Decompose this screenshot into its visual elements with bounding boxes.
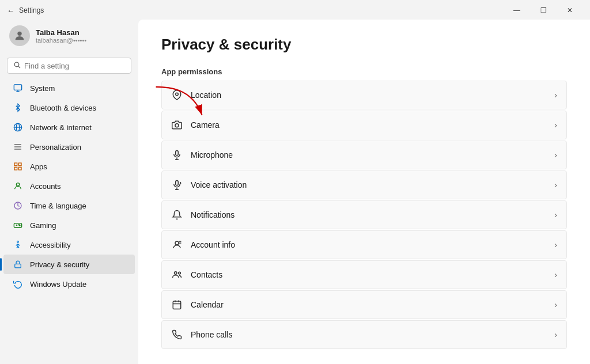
maximize-button[interactable]: ❐ [530, 3, 557, 17]
sidebar-item-accounts[interactable]: Accounts [3, 176, 135, 196]
settings-item-calendar[interactable]: Calendar › [161, 290, 567, 319]
chevron-notifications: › [554, 210, 557, 219]
svg-rect-31 [176, 151, 179, 156]
settings-item-left-account-info: Account info [171, 239, 235, 251]
network-icon [13, 122, 23, 132]
settings-item-contacts[interactable]: Contacts › [161, 260, 567, 289]
settings-item-label-phone-calls: Phone calls [191, 330, 232, 339]
sidebar-label-apps: Apps [30, 162, 47, 171]
settings-item-left-notifications: Notifications [171, 209, 235, 221]
settings-item-location[interactable]: Location › [161, 81, 567, 109]
app-body: Taiba Hasan taibahasan@•••••• System Blu… [0, 18, 590, 364]
settings-item-phone-calls[interactable]: Phone calls › [161, 320, 567, 349]
settings-item-notifications[interactable]: Notifications › [161, 200, 567, 229]
settings-item-label-microphone: Microphone [191, 150, 233, 160]
privacy-icon [13, 259, 23, 270]
phone-calls-icon [171, 329, 183, 340]
minimize-button[interactable]: — [504, 3, 530, 17]
location-icon [171, 89, 183, 101]
voice-icon [171, 179, 183, 191]
window-controls: — ❐ ✕ [504, 3, 583, 17]
back-icon[interactable]: ← [7, 6, 14, 15]
user-info: Taiba Hasan taibahasan@•••••• [36, 28, 86, 44]
settings-item-label-account-info: Account info [191, 240, 235, 249]
settings-item-microphone[interactable]: Microphone › [161, 141, 567, 169]
sidebar-item-network[interactable]: Network & internet [3, 117, 135, 137]
sidebar-item-apps[interactable]: Apps [3, 157, 135, 176]
search-icon [13, 61, 21, 70]
main-content: Privacy & security App permissions Locat… [138, 20, 590, 364]
sidebar-item-gaming[interactable]: Gaming [3, 215, 135, 235]
page-title: Privacy & security [161, 36, 567, 54]
search-box[interactable] [7, 58, 131, 74]
svg-rect-13 [18, 163, 21, 166]
svg-point-40 [175, 272, 177, 275]
sidebar-label-accessibility: Accessibility [30, 241, 71, 249]
settings-item-left-voice: Voice activation [171, 179, 247, 191]
settings-item-left-location: Location [171, 89, 221, 101]
svg-rect-14 [14, 167, 17, 170]
sidebar-item-time[interactable]: Time & language [3, 196, 135, 215]
user-name: Taiba Hasan [36, 28, 86, 37]
sidebar-label-gaming: Gaming [30, 221, 56, 230]
settings-item-label-contacts: Contacts [191, 270, 222, 279]
chevron-contacts: › [554, 270, 557, 279]
sidebar-item-personalization[interactable]: Personalization [3, 137, 135, 157]
svg-rect-18 [14, 223, 21, 227]
svg-point-37 [175, 241, 179, 245]
accounts-icon [13, 181, 23, 191]
settings-item-label-location: Location [191, 90, 221, 100]
settings-item-camera[interactable]: Camera › [161, 111, 567, 139]
settings-item-left-calendar: Calendar [171, 299, 224, 310]
settings-item-left-phone-calls: Phone calls [171, 329, 232, 340]
user-email: taibahasan@•••••• [36, 37, 86, 44]
sidebar: Taiba Hasan taibahasan@•••••• System Blu… [0, 18, 138, 364]
settings-item-account-info[interactable]: Account info › [161, 230, 567, 259]
avatar [9, 25, 30, 46]
chevron-account-info: › [554, 240, 557, 249]
svg-rect-42 [173, 301, 181, 309]
sidebar-item-system[interactable]: System [3, 78, 135, 98]
svg-point-41 [179, 272, 181, 274]
sidebar-label-system: System [30, 84, 55, 93]
svg-rect-3 [14, 85, 21, 90]
svg-rect-15 [18, 167, 21, 170]
microphone-icon [171, 149, 183, 161]
sidebar-label-privacy: Privacy & security [30, 260, 89, 269]
sidebar-item-bluetooth[interactable]: Bluetooth & devices [3, 98, 135, 117]
sidebar-item-update[interactable]: Windows Update [3, 274, 135, 294]
settings-item-voice[interactable]: Voice activation › [161, 170, 567, 199]
apps-icon [13, 161, 23, 172]
chevron-camera: › [554, 120, 557, 130]
svg-point-29 [176, 93, 179, 96]
svg-point-16 [16, 183, 19, 186]
chevron-calendar: › [554, 300, 557, 309]
sidebar-item-accessibility[interactable]: Accessibility [3, 235, 135, 255]
user-profile[interactable]: Taiba Hasan taibahasan@•••••• [0, 18, 138, 53]
sidebar-label-personalization: Personalization [30, 143, 81, 151]
sidebar-item-privacy[interactable]: Privacy & security [3, 255, 135, 274]
chevron-location: › [554, 90, 557, 100]
personalization-icon [13, 142, 23, 152]
chevron-microphone: › [554, 150, 557, 160]
settings-item-left-contacts: Contacts [171, 269, 222, 280]
svg-line-2 [18, 66, 20, 68]
notifications-icon [171, 209, 183, 221]
close-button[interactable]: ✕ [557, 3, 583, 17]
settings-item-label-calendar: Calendar [191, 300, 224, 309]
search-input[interactable] [24, 62, 125, 70]
title-bar-left: ← Settings [7, 6, 44, 15]
section-label: App permissions [161, 67, 567, 76]
update-icon [13, 279, 23, 289]
settings-item-label-notifications: Notifications [191, 210, 235, 219]
sidebar-label-update: Windows Update [30, 280, 86, 289]
time-icon [13, 200, 23, 211]
calendar-icon [171, 299, 183, 310]
sidebar-label-bluetooth: Bluetooth & devices [30, 104, 96, 112]
settings-list: Location › Camera › [161, 81, 567, 349]
chevron-voice: › [554, 180, 557, 189]
gaming-icon [13, 220, 23, 230]
svg-point-30 [175, 124, 179, 127]
camera-icon [171, 119, 183, 131]
window-title: Settings [19, 6, 44, 14]
